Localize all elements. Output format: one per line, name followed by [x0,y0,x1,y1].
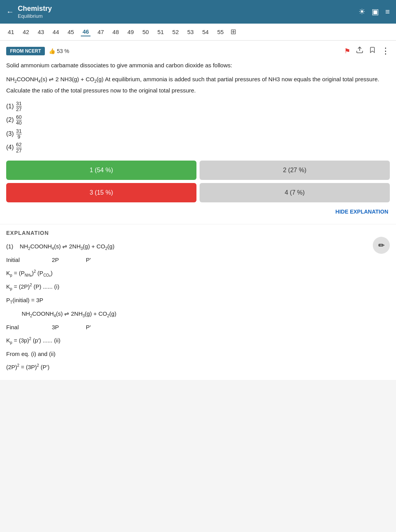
option-2[interactable]: (2) 60 40 [6,115,390,126]
question-intro: Solid ammonium carbamate dissociates to … [6,61,390,70]
exp-kp-line3: Kp = (3p)2 (p') ...... (ii) [6,335,390,347]
option-1[interactable]: (1) 31 27 [6,101,390,113]
thumbs-up-icon: 👍 [49,48,55,54]
option-1-value: 31 27 [16,101,22,113]
option-1-num: (1) [6,101,14,112]
question-equation: NH2COONH4(s) ⇌ 2 NH3(g) + CO2(g) At equi… [6,74,390,96]
exp-kp3: Kp = (3p)2 (p') ...... (ii) [6,335,60,347]
exp-line-initial: Initial 2P P' [6,254,390,266]
tab-53[interactable]: 53 [186,28,195,36]
tab-49[interactable]: 49 [126,28,136,36]
question-tabs-bar: 41 42 43 44 45 46 47 48 49 50 51 52 53 5… [0,24,396,41]
upload-icon[interactable] [356,46,364,56]
tab-41[interactable]: 41 [6,28,16,36]
header-title-group: Chemistry Equilibrium [18,5,52,19]
like-button[interactable]: 👍 53 % [49,48,69,54]
menu-icon[interactable]: ≡ [385,7,390,16]
explanation-section: EXPLANATION ✏ (1) NH2COONH4(s) ⇌ 2NH3(g)… [0,224,396,380]
exp-final-3p: 3P [52,322,83,333]
answer-1-button[interactable]: 1 (54 %) [6,161,196,180]
meta-bar: FROM NCERT 👍 53 % ⚑ ⋮ [6,46,390,56]
tab-42[interactable]: 42 [21,28,31,36]
option-2-value: 60 40 [16,115,22,126]
exp-final-label: Final [6,322,49,333]
tab-44[interactable]: 44 [51,28,61,36]
exp-pt-initial: PT(initial) = 3P [6,294,390,306]
option-4-value: 62 27 [16,142,22,154]
header: ← Chemistry Equilibrium ☀ ▣ ≡ [0,0,396,24]
tab-46[interactable]: 46 [81,27,90,36]
option-4[interactable]: (4) 62 27 [6,142,390,154]
exp-step-1: (1) NH2COONH4(s) ⇌ 2NH3(g) + CO2(g) [6,241,114,253]
tab-48[interactable]: 48 [111,28,121,36]
exp-initial-p-prime: P' [86,254,91,266]
header-icons: ☀ ▣ ≡ [358,7,390,16]
exp-kp2: Kp = (2P)2 (P) ...... (i) [6,281,59,293]
options-list: (1) 31 27 (2) 60 40 (3) [6,101,390,154]
option-3-value: 31 9 [16,128,22,140]
tab-54[interactable]: 54 [201,28,210,36]
answer-2-button[interactable]: 2 (27 %) [200,161,390,180]
explanation-title: EXPLANATION [6,230,390,236]
exp-from-eq: From eq. (i) and (ii) [6,348,390,360]
back-button[interactable]: ← [6,7,14,16]
exp-line-2: NH2COONH4(s) ⇌ 2NH3(g) + CO2(g) [6,308,390,320]
more-options-icon[interactable]: ⋮ [381,46,390,56]
grid-view-icon[interactable]: ⊞ [230,27,236,36]
bookmark-solid-icon[interactable]: ▣ [372,7,379,16]
hide-explanation-button[interactable]: HIDE EXPLANATION [6,209,390,215]
flag-icon[interactable]: ⚑ [344,47,350,55]
ncert-badge: FROM NCERT [6,47,45,55]
tab-43[interactable]: 43 [36,28,46,36]
explanation-content: (1) NH2COONH4(s) ⇌ 2NH3(g) + CO2(g) Init… [6,241,390,373]
option-3-num: (3) [6,128,14,140]
exp-pt: PT(initial) = 3P [6,294,43,306]
app-title: Chemistry [18,5,52,13]
answer-4-button[interactable]: 4 (7 %) [200,183,390,202]
exp-final-p-prime: P' [86,322,91,333]
bookmark-icon[interactable] [369,46,376,56]
question-area: FROM NCERT 👍 53 % ⚑ ⋮ [0,41,396,224]
option-2-num: (2) [6,115,14,126]
exp-final-eq: (2P)2 = (3P)2 (P') [6,361,390,373]
exp-from-eq-text: From eq. (i) and (ii) [6,348,56,360]
brightness-icon[interactable]: ☀ [358,7,365,16]
option-4-num: (4) [6,142,14,153]
exp-step-2: NH2COONH4(s) ⇌ 2NH3(g) + CO2(g) [22,308,116,320]
exp-kp-line2: Kp = (2P)2 (P) ...... (i) [6,281,390,293]
tab-55[interactable]: 55 [216,28,225,36]
answer-3-button[interactable]: 3 (15 %) [6,183,196,202]
tab-47[interactable]: 47 [96,28,106,36]
exp-line-1: (1) NH2COONH4(s) ⇌ 2NH3(g) + CO2(g) [6,241,373,253]
exp-initial-label: Initial [6,254,49,266]
exp-initial-2p: 2P [52,254,83,266]
exp-kp-line1: Kp = (PNH₃)2 (PCO₂) [6,267,390,279]
meta-right: ⚑ ⋮ [344,46,390,56]
tab-52[interactable]: 52 [171,28,181,36]
exp-final-eq-text: (2P)2 = (3P)2 (P') [6,361,50,373]
meta-left: FROM NCERT 👍 53 % [6,47,69,55]
tab-50[interactable]: 50 [141,28,150,36]
answer-grid: 1 (54 %) 2 (27 %) 3 (15 %) 4 (7 %) [6,161,390,202]
exp-kp1: Kp = (PNH₃)2 (PCO₂) [6,267,53,279]
like-percent: 53 % [57,48,69,54]
app-subtitle: Equilibrium [18,13,52,19]
tab-45[interactable]: 45 [66,28,76,36]
exp-line-final: Final 3P P' [6,322,390,333]
tab-51[interactable]: 51 [156,28,166,36]
header-left: ← Chemistry Equilibrium [6,5,52,19]
edit-button[interactable]: ✏ [373,237,390,254]
option-3[interactable]: (3) 31 9 [6,128,390,140]
